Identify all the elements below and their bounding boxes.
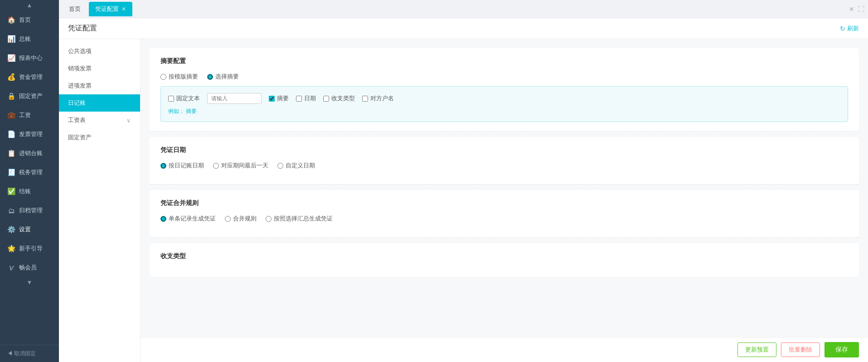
summary-config-title: 摘要配置 xyxy=(160,57,848,65)
radio-last-day[interactable]: 对应期间最后一天 xyxy=(213,161,268,170)
ledger-icon: 📊 xyxy=(7,35,15,43)
invoices-icon: 📄 xyxy=(7,130,15,138)
radio-custom-date[interactable]: 自定义日期 xyxy=(277,161,315,170)
vip-icon: V xyxy=(7,264,15,272)
radio-summary-generate[interactable]: 按照选择汇总生成凭证 xyxy=(266,215,333,223)
left-nav: 公共选项 销项发票 进项发票 日记账 工资表 ∨ 固定资产 xyxy=(59,39,141,362)
salary-icon: 💼 xyxy=(7,111,15,119)
sidebar-cancel-pin[interactable]: ◀ 取消固定 xyxy=(0,345,59,362)
sidebar-item-sales-ledger[interactable]: 📋 进销台账 xyxy=(0,144,59,163)
page-content: 凭证配置 ↻ 刷新 公共选项 销项发票 进项发票 日记账 xyxy=(59,18,868,362)
merge-rules-title: 凭证合并规则 xyxy=(160,199,848,207)
maximize-button[interactable]: ⛶ xyxy=(858,5,864,13)
sidebar-item-archive[interactable]: 🗂 归档管理 xyxy=(0,201,59,220)
tabbar: 首页 凭证配置 ✕ ✕ ⛶ xyxy=(59,0,868,18)
left-nav-journal[interactable]: 日记账 xyxy=(59,94,140,112)
summary-radio-group: 按模版摘要 选择摘要 xyxy=(160,73,848,81)
checkbox-fixed-text[interactable]: 固定文本 xyxy=(168,94,200,103)
chevron-down-icon: ∨ xyxy=(126,117,131,124)
radio-single-record[interactable]: 单条记录生成凭证 xyxy=(160,215,216,223)
summary-radio-template[interactable]: 按模版摘要 xyxy=(160,73,198,81)
voucher-date-section: 凭证日期 按日记账日期 对应期间最后一天 自定义日期 xyxy=(150,137,859,185)
refresh-icon: ↻ xyxy=(840,25,845,32)
checkbox-counter-name[interactable]: 对方户名 xyxy=(362,94,394,103)
sidebar: ▲ 🏠 首页 📊 总账 📈 报表中心 💰 资金管理 🔒 固定资产 💼 工资 📄 … xyxy=(0,0,59,362)
reports-icon: 📈 xyxy=(7,54,15,62)
checkbox-date[interactable]: 日期 xyxy=(296,94,316,103)
tab-home[interactable]: 首页 xyxy=(63,2,87,16)
page-title: 凭证配置 xyxy=(68,24,97,33)
sidebar-item-salary[interactable]: 💼 工资 xyxy=(0,106,59,125)
window-controls: ✕ ⛶ xyxy=(849,5,864,13)
archive-icon: 🗂 xyxy=(7,207,15,215)
sidebar-item-checkout[interactable]: ✅ 结账 xyxy=(0,182,59,201)
assets-icon: 🔒 xyxy=(7,92,15,100)
income-type-title: 收支类型 xyxy=(160,252,848,260)
minimize-button[interactable]: ✕ xyxy=(849,5,854,13)
example-text: 例如： 摘要 xyxy=(168,108,840,115)
home-icon: 🏠 xyxy=(7,16,15,24)
bottom-action-bar: 更新预置 批量删除 保存 xyxy=(141,337,868,362)
sidebar-scroll-down[interactable]: ▼ xyxy=(0,277,59,288)
left-nav-payroll[interactable]: 工资表 ∨ xyxy=(59,112,140,129)
summary-box: 固定文本 摘要 日期 xyxy=(160,86,848,122)
save-button[interactable]: 保存 xyxy=(824,342,859,357)
left-nav-sales-invoice[interactable]: 销项发票 xyxy=(59,60,140,77)
sidebar-scroll-up[interactable]: ▲ xyxy=(0,0,59,10)
merge-rules-radio-group: 单条记录生成凭证 合并规则 按照选择汇总生成凭证 xyxy=(160,215,848,223)
main-area: 首页 凭证配置 ✕ ✕ ⛶ 凭证配置 ↻ 刷新 公共选项 xyxy=(59,0,868,362)
sidebar-item-home[interactable]: 🏠 首页 xyxy=(0,10,59,29)
radio-merge-rule[interactable]: 合并规则 xyxy=(225,215,257,223)
sidebar-item-reports[interactable]: 📈 报表中心 xyxy=(0,49,59,68)
tab-voucher-config[interactable]: 凭证配置 ✕ xyxy=(89,2,132,16)
merge-rules-section: 凭证合并规则 单条记录生成凭证 合并规则 按照选择汇总生成凭证 xyxy=(150,190,859,238)
left-nav-purchase-invoice[interactable]: 进项发票 xyxy=(59,77,140,94)
tax-icon: 🧾 xyxy=(7,168,15,176)
refresh-button[interactable]: ↻ 刷新 xyxy=(840,24,859,33)
sidebar-item-settings[interactable]: ⚙️ 设置 xyxy=(0,220,59,239)
sidebar-item-tax[interactable]: 🧾 税务管理 xyxy=(0,163,59,182)
page-body: 公共选项 销项发票 进项发票 日记账 工资表 ∨ 固定资产 xyxy=(59,39,868,362)
settings-icon: ⚙️ xyxy=(7,225,15,234)
voucher-date-radio-group: 按日记账日期 对应期间最后一天 自定义日期 xyxy=(160,161,848,170)
radio-journal-date[interactable]: 按日记账日期 xyxy=(160,161,204,170)
fixed-text-input[interactable] xyxy=(207,93,262,104)
sidebar-item-assets[interactable]: 🔒 固定资产 xyxy=(0,87,59,106)
sidebar-item-funds[interactable]: 💰 资金管理 xyxy=(0,68,59,87)
guide-icon: 🌟 xyxy=(7,245,15,253)
sidebar-item-vip[interactable]: V 畅会员 xyxy=(0,258,59,277)
sales-ledger-icon: 📋 xyxy=(7,149,15,157)
voucher-date-title: 凭证日期 xyxy=(160,146,848,154)
left-nav-public[interactable]: 公共选项 xyxy=(59,43,140,60)
income-type-section: 收支类型 xyxy=(150,243,859,277)
page-header: 凭证配置 ↻ 刷新 xyxy=(59,18,868,39)
batch-delete-button[interactable]: 批量删除 xyxy=(781,342,820,357)
left-nav-fixed-assets[interactable]: 固定资产 xyxy=(59,129,140,146)
funds-icon: 💰 xyxy=(7,73,15,81)
sidebar-item-invoices[interactable]: 📄 发票管理 xyxy=(0,125,59,144)
sidebar-item-guide[interactable]: 🌟 新手引导 xyxy=(0,239,59,258)
right-content: 摘要配置 按模版摘要 选择摘要 xyxy=(141,39,868,362)
checkout-icon: ✅ xyxy=(7,187,15,196)
checkbox-income-type[interactable]: 收支类型 xyxy=(323,94,355,103)
summary-config-section: 摘要配置 按模版摘要 选择摘要 xyxy=(150,48,859,132)
summary-checkbox-row: 固定文本 摘要 日期 xyxy=(168,93,840,104)
tab-close-voucher-config[interactable]: ✕ xyxy=(121,6,126,12)
checkbox-summary[interactable]: 摘要 xyxy=(269,94,289,103)
summary-radio-select[interactable]: 选择摘要 xyxy=(207,73,239,81)
sidebar-item-ledger[interactable]: 📊 总账 xyxy=(0,29,59,49)
update-preview-button[interactable]: 更新预置 xyxy=(737,342,776,357)
